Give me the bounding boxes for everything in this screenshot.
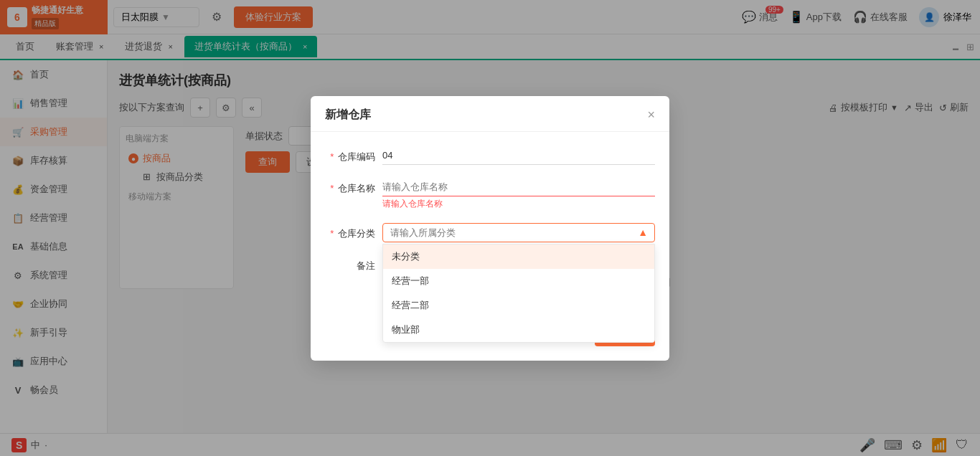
name-control: 请输入仓库名称 [382, 178, 655, 210]
modal-backdrop: 新增仓库 × * 仓库编码 * 仓库名称 [0, 0, 980, 456]
dropdown-item-0[interactable]: 未分类 [383, 244, 654, 269]
modal-close-button[interactable]: × [647, 108, 655, 121]
form-row-code: * 仓库编码 [325, 146, 655, 165]
form-row-name: * 仓库名称 请输入仓库名称 [325, 178, 655, 210]
modal-title: 新增仓库 [325, 108, 371, 123]
category-control: ▲ 未分类 经营一部 经营二部 物业部 [382, 223, 655, 242]
new-warehouse-modal: 新增仓库 × * 仓库编码 * 仓库名称 [311, 96, 669, 361]
category-select-wrapper: ▲ 未分类 经营一部 经营二部 物业部 [382, 223, 655, 242]
warehouse-name-label-text: 仓库名称 [338, 183, 375, 194]
modal-body: * 仓库编码 * 仓库名称 请输入仓库名称 [311, 132, 669, 300]
dropdown-item-3[interactable]: 物业部 [383, 318, 654, 342]
required-star-3: * [330, 228, 334, 239]
code-label: * 仓库编码 [325, 146, 382, 163]
form-row-category: * 仓库分类 ▲ 未分类 经营一部 经营二部 物业部 [325, 223, 655, 242]
category-dropdown: 未分类 经营一部 经营二部 物业部 [382, 244, 655, 343]
dropdown-item-1[interactable]: 经营一部 [383, 269, 654, 293]
required-star: * [330, 151, 334, 162]
name-label: * 仓库名称 [325, 178, 382, 195]
category-label-text: 仓库分类 [338, 228, 375, 239]
modal-header: 新增仓库 × [311, 96, 669, 132]
category-input[interactable] [382, 223, 655, 242]
warehouse-name-input[interactable] [382, 178, 655, 196]
code-control [382, 146, 655, 165]
warehouse-code-label-text: 仓库编码 [338, 151, 375, 162]
required-star-2: * [330, 183, 334, 194]
notes-label: 备注 [325, 255, 382, 272]
dropdown-item-2[interactable]: 经营二部 [383, 293, 654, 318]
warehouse-code-input[interactable] [382, 146, 655, 165]
name-error-msg: 请输入仓库名称 [382, 198, 655, 210]
category-label: * 仓库分类 [325, 223, 382, 240]
